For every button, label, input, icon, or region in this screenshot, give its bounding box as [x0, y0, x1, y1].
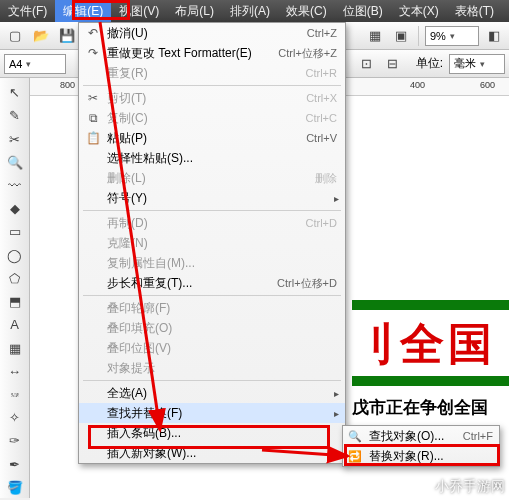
chevron-down-icon: ▾ [450, 31, 455, 41]
menu-item-label: 全选(A) [107, 385, 147, 402]
tool-icon[interactable]: ◧ [483, 25, 505, 47]
menu-view[interactable]: 视图(V) [111, 0, 167, 22]
prop-icon-2[interactable]: ⊡ [356, 53, 378, 75]
menu-item-label: 选择性粘贴(S)... [107, 150, 193, 167]
zoom-combo[interactable]: 9% ▾ [425, 26, 479, 46]
edit-menu-dropdown: ↶撤消(U)Ctrl+Z↷重做更改 Text Formatter(E)Ctrl+… [78, 22, 346, 464]
watermark: 小乔手游网 [435, 478, 505, 496]
save-icon[interactable]: 💾 [56, 25, 78, 47]
page-graphic [352, 300, 509, 310]
toolbox: ↖ ✎ ✂ 🔍 〰 ◆ ▭ ◯ ⬠ ⬒ A ▦ ↔ ⎃ ✧ ✑ ✒ 🪣 [0, 78, 30, 498]
ellipse-tool-icon[interactable]: ◯ [4, 245, 26, 266]
outline-tool-icon[interactable]: ✒ [4, 454, 26, 475]
prop-icon-3[interactable]: ⊟ [382, 53, 404, 75]
text-tool-icon[interactable]: A [4, 314, 26, 335]
menu-item[interactable]: 查找并替换(F)▸ [79, 403, 345, 423]
polygon-tool-icon[interactable]: ⬠ [4, 268, 26, 289]
menu-bitmap[interactable]: 位图(B) [335, 0, 391, 22]
menu-item-label: 粘贴(P) [107, 130, 147, 147]
menu-shortcut: Ctrl+位移+Z [278, 46, 337, 61]
menu-item-label: 叠印轮廓(F) [107, 300, 170, 317]
smart-fill-icon[interactable]: ◆ [4, 198, 26, 219]
menu-item[interactable]: 📋粘贴(P)Ctrl+V [79, 128, 345, 148]
menu-item[interactable]: 全选(A)▸ [79, 383, 345, 403]
menu-text[interactable]: 文本(X) [391, 0, 447, 22]
rectangle-tool-icon[interactable]: ▭ [4, 221, 26, 242]
fill-tool-icon[interactable]: 🪣 [4, 477, 26, 498]
menu-item: 复制属性自(M)... [79, 253, 345, 273]
menu-arrange[interactable]: 排列(A) [222, 0, 278, 22]
menu-item: 叠印位图(V) [79, 338, 345, 358]
basic-shapes-icon[interactable]: ⬒ [4, 291, 26, 312]
find-replace-submenu: 🔍查找对象(O)...Ctrl+F🔁替换对象(R)... [342, 425, 500, 467]
open-icon[interactable]: 📂 [30, 25, 52, 47]
menu-item[interactable]: 步长和重复(T)...Ctrl+位移+D [79, 273, 345, 293]
menu-item-label: 重复(R) [107, 65, 148, 82]
menu-edit[interactable]: 编辑(E) [55, 0, 111, 22]
submenu-arrow-icon: ▸ [334, 408, 339, 419]
submenu-item-label: 查找对象(O)... [369, 428, 444, 445]
menu-item[interactable]: 选择性粘贴(S)... [79, 148, 345, 168]
misc-icon[interactable]: ▦ [364, 25, 386, 47]
menu-item-label: 剪切(T) [107, 90, 146, 107]
misc-icon-2[interactable]: ▣ [390, 25, 412, 47]
menu-item: 删除(L)删除 [79, 168, 345, 188]
menu-item-label: 重做更改 Text Formatter(E) [107, 45, 252, 62]
table-tool-icon[interactable]: ▦ [4, 337, 26, 358]
menu-table[interactable]: 表格(T) [447, 0, 502, 22]
menu-item-label: 克隆(N) [107, 235, 148, 252]
menu-item-label: 叠印填充(O) [107, 320, 172, 337]
menu-item-icon: ⧉ [85, 111, 101, 125]
menu-shortcut: Ctrl+X [306, 92, 337, 104]
menu-item-label: 步长和重复(T)... [107, 275, 192, 292]
shape-tool-icon[interactable]: ✎ [4, 105, 26, 126]
paper-size-combo[interactable]: A4 ▾ [4, 54, 66, 74]
menu-item[interactable]: ↷重做更改 Text Formatter(E)Ctrl+位移+Z [79, 43, 345, 63]
menu-item-label: 删除(L) [107, 170, 146, 187]
menu-shortcut: Ctrl+V [306, 132, 337, 144]
interactive-tool-icon[interactable]: ✧ [4, 407, 26, 428]
paper-size-value: A4 [9, 58, 22, 70]
freehand-tool-icon[interactable]: 〰 [4, 175, 26, 196]
menu-item-label: 插入新对象(W)... [107, 445, 196, 462]
menu-item-label: 撤消(U) [107, 25, 148, 42]
menu-file[interactable]: 文件(F) [0, 0, 55, 22]
menu-shortcut: Ctrl+位移+D [277, 276, 337, 291]
submenu-item[interactable]: 🔍查找对象(O)...Ctrl+F [343, 426, 499, 446]
chevron-down-icon: ▾ [480, 59, 485, 69]
separator [418, 26, 419, 46]
pick-tool-icon[interactable]: ↖ [4, 82, 26, 103]
page-text-line: 戊市正在争创全国 [352, 396, 488, 419]
eyedropper-icon[interactable]: ✑ [4, 430, 26, 451]
chevron-down-icon: ▾ [26, 59, 31, 69]
menu-shortcut: Ctrl+C [306, 112, 337, 124]
page-headline: 刂全国 [352, 315, 496, 374]
ruler-mark: 400 [410, 80, 425, 90]
menu-item[interactable]: 插入条码(B)... [79, 423, 345, 443]
menu-item-label: 再制(D) [107, 215, 148, 232]
menu-item: 对象提示 [79, 358, 345, 378]
new-icon[interactable]: ▢ [4, 25, 26, 47]
menu-item-label: 查找并替换(F) [107, 405, 182, 422]
menu-item[interactable]: 符号(Y)▸ [79, 188, 345, 208]
connector-tool-icon[interactable]: ⎃ [4, 384, 26, 405]
menu-shortcut: 删除 [315, 171, 337, 186]
unit-value: 毫米 [454, 56, 476, 71]
menu-item[interactable]: ↶撤消(U)Ctrl+Z [79, 23, 345, 43]
menu-item: 重复(R)Ctrl+R [79, 63, 345, 83]
menu-effects[interactable]: 效果(C) [278, 0, 335, 22]
unit-label: 单位: [416, 55, 443, 72]
zoom-tool-icon[interactable]: 🔍 [4, 152, 26, 173]
menu-item[interactable]: 插入新对象(W)... [79, 443, 345, 463]
menu-item-icon: ↶ [85, 26, 101, 40]
unit-combo[interactable]: 毫米 ▾ [449, 54, 505, 74]
crop-tool-icon[interactable]: ✂ [4, 128, 26, 149]
menu-item: 叠印轮廓(F) [79, 298, 345, 318]
dimension-tool-icon[interactable]: ↔ [4, 361, 26, 382]
menu-item-icon: 📋 [85, 131, 101, 145]
menu-item: ✂剪切(T)Ctrl+X [79, 88, 345, 108]
submenu-item[interactable]: 🔁替换对象(R)... [343, 446, 499, 466]
menu-layout[interactable]: 布局(L) [167, 0, 222, 22]
menubar: 文件(F) 编辑(E) 视图(V) 布局(L) 排列(A) 效果(C) 位图(B… [0, 0, 509, 22]
menu-item-label: 复制属性自(M)... [107, 255, 195, 272]
